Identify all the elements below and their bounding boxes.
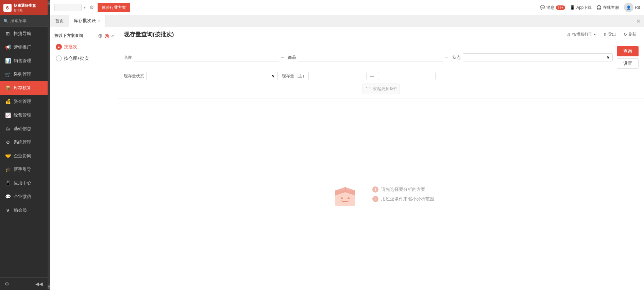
sidebar-search[interactable]: 🔍 搜索菜单 [0, 15, 48, 27]
tab-bar: 首页 库存批次账 × ✕ [50, 15, 644, 27]
dropdown-arrow-icon[interactable]: ▾ [84, 5, 86, 10]
settings-icon[interactable]: ⚙ [5, 281, 9, 287]
svg-point-5 [348, 197, 350, 199]
online-service-action[interactable]: 🎧 在线客服 [596, 5, 619, 11]
status-filter: 状态 ∨ [453, 53, 613, 61]
print-btn[interactable]: 🖨 按模板打印 ▾ [565, 31, 598, 38]
empty-illustration [328, 177, 362, 212]
export-btn[interactable]: ⬆ 导出 [601, 31, 618, 38]
amount-max-field[interactable] [381, 74, 433, 78]
panel-header-actions: ⊕ ◎ « [98, 33, 114, 39]
scheme-by-warehouse-batch[interactable]: ○ 按仓库+批次 [50, 53, 118, 64]
topbar-gear-icon[interactable]: ⚙ [88, 3, 96, 12]
collapse-row: ⌃⌃ 收起更多条件 [124, 84, 639, 94]
product-label: 商品 [288, 55, 296, 60]
vip-icon: V [5, 207, 11, 213]
app-download-action[interactable]: 📱 App下载 [570, 5, 592, 11]
app-logo: 6 [3, 4, 12, 12]
hint-num-1: 1 [372, 186, 378, 193]
sidebar-item-enterprise-wx[interactable]: 💬 企业微信 [0, 190, 48, 203]
stock-amount-min-input[interactable] [308, 72, 367, 80]
sidebar-item-purchase[interactable]: 🛒 采购管理 [0, 68, 48, 81]
scheme-active-radio: ● [56, 44, 62, 50]
sidebar: 6 畅康通好生意 标准版 🔍 搜索菜单 ⊞ 快捷导航 📢 营销推广 📊 销售管理… [0, 0, 48, 290]
action-col: 查询 设置 [617, 46, 639, 69]
sidebar-item-label: 库存核算 [14, 85, 31, 91]
breadcrumb-input[interactable] [54, 4, 82, 11]
scheme-by-batch[interactable]: ● 按批次 [50, 41, 118, 53]
sidebar-item-vip[interactable]: V 畅会员 [0, 203, 48, 217]
sidebar-item-quick-nav[interactable]: ⊞ 快捷导航 [0, 27, 48, 40]
headset-icon: 🎧 [596, 5, 601, 10]
warehouse-filter: 仓库 ··· [124, 54, 284, 61]
sidebar-item-operation[interactable]: 📈 经营管理 [0, 108, 48, 122]
add-scheme-icon[interactable]: ⊕ [98, 33, 102, 39]
newbie-icon: 🎓 [5, 166, 11, 173]
collapse-label: 收起更多条件 [373, 86, 397, 92]
settings-scheme-icon[interactable]: ◎ [104, 33, 109, 39]
stock-amount-filter: 现存量（主） — [282, 72, 436, 80]
svg-rect-3 [338, 196, 352, 202]
sidebar-scrollbar[interactable]: ▲ ▼ [48, 0, 50, 290]
system-icon: ⚙ [5, 139, 11, 145]
tab-bar-close-icon[interactable]: ✕ [636, 18, 641, 24]
user-info[interactable]: 👤 Rit [624, 3, 640, 12]
stock-status-select[interactable]: ∨ [146, 72, 278, 80]
filter-row-2: 现存量状态 ∨ 现存量（主） — [124, 72, 639, 80]
enterprise-icon: 🤝 [5, 153, 11, 159]
refresh-icon: ↻ [624, 32, 627, 37]
status-select[interactable]: ∨ [463, 53, 613, 61]
print-label: 按模板打印 [572, 32, 593, 37]
quick-nav-icon: ⊞ [5, 31, 11, 37]
message-action[interactable]: 💬 消息 99+ [540, 5, 565, 11]
tab-home[interactable]: 首页 [50, 15, 69, 27]
panel-header: 按以下方案查询 ⊕ ◎ « [50, 31, 118, 41]
operation-icon: 📈 [5, 112, 11, 118]
warehouse-input[interactable] [134, 54, 279, 61]
collapse-button[interactable]: ⌃⌃ 收起更多条件 [362, 84, 400, 94]
sidebar-item-label: 新手引导 [14, 166, 31, 173]
sidebar-item-basic[interactable]: 🗂 基础信息 [0, 122, 48, 135]
title-actions: 🖨 按模板打印 ▾ ⬆ 导出 ↻ 刷新 [565, 31, 639, 38]
finance-icon: 💰 [5, 98, 11, 105]
settings-button[interactable]: 设置 [617, 58, 639, 69]
print-dropdown-icon[interactable]: ▾ [594, 33, 596, 36]
app-download-label: App下载 [576, 5, 592, 11]
sidebar-item-sales[interactable]: 📊 销售管理 [0, 54, 48, 68]
export-label: 导出 [608, 32, 616, 37]
trial-button[interactable]: 体验行业方案 [98, 3, 130, 12]
stock-amount-max-input[interactable] [378, 72, 436, 80]
page-title: 现存量查询(按批次) [124, 31, 174, 38]
tab-close-icon[interactable]: × [98, 18, 100, 23]
tab-inventory-batch[interactable]: 库存批次账 × [69, 15, 105, 27]
warehouse-more-icon[interactable]: ··· [281, 55, 284, 59]
query-button[interactable]: 查询 [617, 46, 639, 56]
sidebar-item-system[interactable]: ⚙ 系统管理 [0, 135, 48, 149]
sidebar-item-inventory[interactable]: 📦 库存核算 [0, 81, 48, 95]
message-icon: 💬 [540, 5, 545, 10]
message-badge: 99+ [556, 5, 565, 10]
collapse-panel-icon[interactable]: « [111, 33, 114, 39]
sidebar-item-marketing[interactable]: 📢 营销推广 [0, 40, 48, 54]
empty-hint-2: 2 用过滤条件来缩小分析范围 [372, 196, 434, 202]
sidebar-item-enterprise[interactable]: 🤝 企业协同 [0, 149, 48, 163]
sidebar-item-app-center[interactable]: 📱 应用中心 [0, 176, 48, 190]
empty-text: 1 请先选择要分析的方案 2 用过滤条件来缩小分析范围 [372, 186, 434, 202]
user-name: Rit [635, 5, 640, 10]
user-avatar: 👤 [624, 3, 633, 12]
sidebar-item-newbie[interactable]: 🎓 新手引导 [0, 163, 48, 176]
marketing-icon: 📢 [5, 44, 11, 50]
sidebar-item-label: 基础信息 [14, 126, 31, 132]
scroll-down-btn[interactable]: ▼ [48, 285, 50, 289]
scroll-up-btn[interactable]: ▲ [48, 1, 50, 5]
purchase-icon: 🛒 [5, 71, 11, 77]
product-input[interactable] [298, 54, 443, 61]
page-title-bar: 现存量查询(按批次) 🖨 按模板打印 ▾ ⬆ 导出 ↻ 刷新 [118, 27, 644, 42]
scheme-inactive-radio: ○ [56, 55, 62, 61]
sidebar-item-finance[interactable]: 💰 资金管理 [0, 95, 48, 108]
sidebar-item-label: 企业协同 [14, 153, 31, 159]
collapse-sidebar-icon[interactable]: ◀◀ [35, 281, 43, 287]
refresh-btn[interactable]: ↻ 刷新 [622, 31, 639, 38]
product-more-icon[interactable]: ··· [445, 55, 448, 59]
amount-min-field[interactable] [311, 74, 363, 78]
